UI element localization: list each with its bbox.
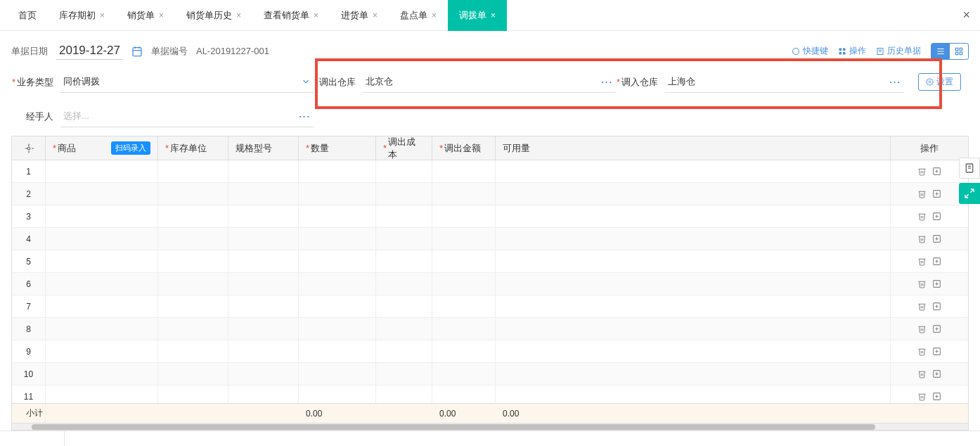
cell-cost[interactable] <box>376 363 432 385</box>
cell-spec[interactable] <box>228 273 299 295</box>
cell-spec[interactable] <box>228 160 299 182</box>
add-icon[interactable] <box>932 324 941 333</box>
cell-cost[interactable] <box>376 160 432 182</box>
cell-product[interactable] <box>46 160 158 182</box>
cell-spec[interactable] <box>228 295 299 317</box>
cell-spec[interactable] <box>228 183 299 205</box>
cell-qty[interactable] <box>299 183 376 205</box>
cell-amount[interactable] <box>432 295 496 317</box>
cell-spec[interactable] <box>228 386 299 403</box>
cell-qty[interactable] <box>299 228 376 250</box>
cell-amount[interactable] <box>432 386 496 403</box>
cell-amount[interactable] <box>432 160 496 182</box>
cell-available[interactable] <box>496 386 891 403</box>
add-icon[interactable] <box>932 369 941 378</box>
add-icon[interactable] <box>932 189 941 198</box>
cell-unit[interactable] <box>158 183 228 205</box>
tab-inventory-init[interactable]: 库存期初× <box>48 0 116 31</box>
add-icon[interactable] <box>932 167 941 176</box>
cell-available[interactable] <box>496 295 891 317</box>
cell-unit[interactable] <box>158 340 228 362</box>
cell-unit[interactable] <box>158 318 228 340</box>
cell-cost[interactable] <box>376 183 432 205</box>
tab-sales-history[interactable]: 销货单历史× <box>175 0 252 31</box>
table-row[interactable]: 1 <box>12 160 968 183</box>
out-warehouse-select[interactable]: 北京仓 ··· <box>363 71 616 93</box>
delete-icon[interactable] <box>917 324 927 333</box>
handler-select[interactable]: 选择... ··· <box>60 106 314 127</box>
table-row[interactable]: 2 <box>12 183 968 205</box>
cell-product[interactable] <box>46 340 158 362</box>
cell-cost[interactable] <box>376 386 432 403</box>
settings-button[interactable]: 设置 <box>918 73 961 91</box>
view-grid-button[interactable] <box>950 44 968 59</box>
cell-available[interactable] <box>496 340 891 362</box>
tab-home[interactable]: 首页 <box>7 0 48 31</box>
cell-amount[interactable] <box>432 228 496 250</box>
close-icon[interactable]: × <box>432 11 437 20</box>
tab-view-sales[interactable]: 查看销货单× <box>252 0 330 31</box>
close-icon[interactable]: × <box>159 11 164 20</box>
date-value[interactable]: 2019-12-27 <box>56 42 123 60</box>
delete-icon[interactable] <box>917 167 927 176</box>
close-icon[interactable]: × <box>491 11 496 20</box>
cell-unit[interactable] <box>158 273 228 295</box>
delete-icon[interactable] <box>917 257 927 266</box>
add-icon[interactable] <box>932 279 941 288</box>
delete-icon[interactable] <box>917 234 927 243</box>
cell-unit[interactable] <box>158 295 228 317</box>
cell-unit[interactable] <box>158 160 228 182</box>
tab-purchase-order[interactable]: 进货单× <box>330 0 389 31</box>
cell-qty[interactable] <box>299 250 376 272</box>
cell-spec[interactable] <box>228 228 299 250</box>
biz-type-select[interactable]: 同价调拨 <box>60 71 314 93</box>
cell-unit[interactable] <box>158 250 228 272</box>
cell-spec[interactable] <box>228 318 299 340</box>
cell-spec[interactable] <box>228 340 299 362</box>
cell-cost[interactable] <box>376 318 432 340</box>
cell-available[interactable] <box>496 228 891 250</box>
table-row[interactable]: 10 <box>12 363 968 386</box>
view-list-button[interactable] <box>931 44 950 59</box>
cell-cost[interactable] <box>376 340 432 362</box>
action-link[interactable]: 操作 <box>838 45 866 57</box>
gear-column[interactable] <box>12 136 46 160</box>
delete-icon[interactable] <box>917 279 927 288</box>
delete-icon[interactable] <box>917 189 927 198</box>
close-icon[interactable]: × <box>373 11 378 20</box>
table-row[interactable]: 6 <box>12 273 968 295</box>
cell-amount[interactable] <box>432 363 496 385</box>
notes-button[interactable] <box>959 158 980 179</box>
cell-spec[interactable] <box>228 363 299 385</box>
delete-icon[interactable] <box>917 212 927 221</box>
delete-icon[interactable] <box>917 347 927 356</box>
close-all-tabs-icon[interactable]: × <box>962 8 970 23</box>
history-link[interactable]: 历史单据 <box>876 45 921 57</box>
cell-qty[interactable] <box>299 318 376 340</box>
cell-amount[interactable] <box>432 183 496 205</box>
add-icon[interactable] <box>932 212 941 221</box>
add-icon[interactable] <box>932 234 941 243</box>
in-warehouse-select[interactable]: 上海仓 ··· <box>665 71 904 93</box>
cell-amount[interactable] <box>432 205 496 227</box>
add-icon[interactable] <box>932 302 941 311</box>
cell-unit[interactable] <box>158 363 228 385</box>
cell-qty[interactable] <box>299 205 376 227</box>
cell-available[interactable] <box>496 250 891 272</box>
table-row[interactable]: 11 <box>12 386 968 403</box>
cell-product[interactable] <box>46 318 158 340</box>
close-icon[interactable]: × <box>100 11 105 20</box>
cell-cost[interactable] <box>376 273 432 295</box>
cell-amount[interactable] <box>432 340 496 362</box>
cell-product[interactable] <box>46 273 158 295</box>
cell-qty[interactable] <box>299 340 376 362</box>
cell-spec[interactable] <box>228 250 299 272</box>
cell-available[interactable] <box>496 318 891 340</box>
cell-cost[interactable] <box>376 205 432 227</box>
table-row[interactable]: 8 <box>12 318 968 340</box>
shortcut-link[interactable]: 快捷键 <box>792 45 828 57</box>
cell-unit[interactable] <box>158 386 228 403</box>
cell-qty[interactable] <box>299 386 376 403</box>
delete-icon[interactable] <box>917 369 927 378</box>
cell-unit[interactable] <box>158 205 228 227</box>
